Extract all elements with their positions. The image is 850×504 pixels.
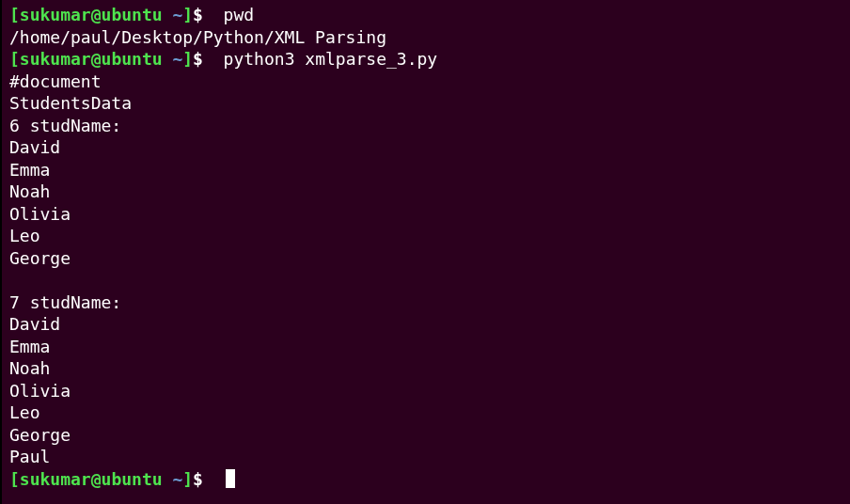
terminal[interactable]: [sukumar@ubuntu ~]$ pwd/home/paul/Deskto… bbox=[9, 4, 842, 490]
output-text: Leo bbox=[9, 402, 40, 422]
command-text: pwd bbox=[203, 5, 254, 24]
output-text: Noah bbox=[9, 358, 50, 378]
output-text: StudentsData bbox=[9, 93, 132, 113]
prompt-bracket-open: [ bbox=[9, 5, 20, 24]
output-text: Leo bbox=[9, 226, 40, 245]
prompt-path: ~ bbox=[172, 469, 182, 489]
output-text: Emma bbox=[9, 160, 50, 180]
terminal-line: Olivia bbox=[9, 203, 842, 226]
output-text: Olivia bbox=[9, 381, 71, 401]
output-text: George bbox=[9, 248, 71, 268]
terminal-line: 7 studName: bbox=[9, 291, 842, 314]
terminal-line: Noah bbox=[9, 181, 842, 203]
output-text: David bbox=[9, 137, 60, 157]
output-text: 7 studName: bbox=[9, 292, 121, 312]
terminal-line: Emma bbox=[9, 159, 842, 181]
command-text: python3 xmlparse_3.py bbox=[203, 49, 437, 69]
prompt-path: ~ bbox=[172, 5, 182, 24]
cursor-icon bbox=[226, 469, 235, 488]
output-text: Paul bbox=[9, 447, 50, 466]
prompt-bracket-close: ] bbox=[182, 5, 193, 24]
terminal-line: 6 studName: bbox=[9, 115, 842, 137]
prompt-separator bbox=[163, 49, 173, 69]
terminal-line: /home/paul/Desktop/Python/XML Parsing bbox=[9, 26, 842, 49]
terminal-line: Leo bbox=[9, 402, 842, 424]
prompt-user-host: sukumar@ubuntu bbox=[20, 469, 163, 489]
prompt-dollar: $ bbox=[193, 469, 203, 489]
terminal-line: David bbox=[9, 136, 842, 159]
prompt-bracket-close: ] bbox=[182, 469, 193, 489]
terminal-line: [sukumar@ubuntu ~]$ bbox=[9, 468, 842, 491]
terminal-line: David bbox=[9, 313, 842, 336]
output-text: #document bbox=[9, 71, 102, 91]
output-text bbox=[9, 270, 20, 290]
prompt-bracket-open: [ bbox=[9, 469, 20, 489]
terminal-line: Olivia bbox=[9, 380, 842, 402]
terminal-line: Noah bbox=[9, 357, 842, 380]
prompt-separator bbox=[163, 469, 173, 489]
terminal-line: StudentsData bbox=[9, 92, 842, 115]
prompt-path: ~ bbox=[172, 49, 182, 69]
output-text: Noah bbox=[9, 181, 50, 201]
terminal-line: #document bbox=[9, 71, 842, 93]
output-text: David bbox=[9, 314, 60, 334]
prompt-dollar: $ bbox=[193, 49, 203, 69]
output-text: /home/paul/Desktop/Python/XML Parsing bbox=[9, 27, 386, 47]
terminal-line: George bbox=[9, 247, 842, 270]
prompt-user-host: sukumar@ubuntu bbox=[20, 5, 163, 24]
prompt-user-host: sukumar@ubuntu bbox=[20, 49, 163, 69]
output-text: George bbox=[9, 425, 71, 445]
terminal-line: [sukumar@ubuntu ~]$ python3 xmlparse_3.p… bbox=[9, 48, 842, 71]
terminal-line: [sukumar@ubuntu ~]$ pwd bbox=[9, 4, 842, 26]
terminal-line: Emma bbox=[9, 336, 842, 358]
terminal-line: Paul bbox=[9, 446, 842, 468]
command-input[interactable] bbox=[203, 469, 224, 489]
output-text: 6 studName: bbox=[9, 116, 121, 135]
terminal-line: George bbox=[9, 424, 842, 447]
prompt-dollar: $ bbox=[193, 5, 203, 24]
terminal-line: Leo bbox=[9, 225, 842, 247]
terminal-line bbox=[9, 269, 842, 291]
output-text: Emma bbox=[9, 337, 50, 356]
prompt-bracket-open: [ bbox=[9, 49, 20, 69]
prompt-bracket-close: ] bbox=[182, 49, 193, 69]
output-text: Olivia bbox=[9, 204, 71, 224]
prompt-separator bbox=[163, 5, 173, 24]
